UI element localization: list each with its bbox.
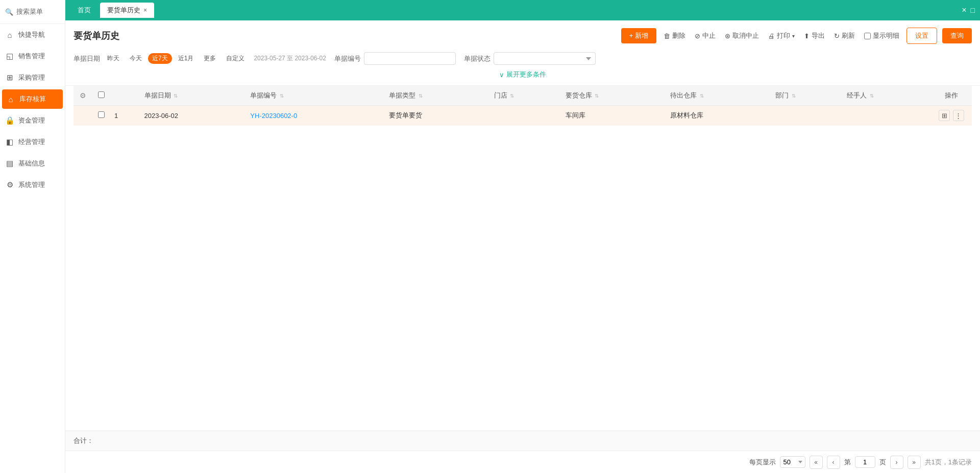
date-btn-more[interactable]: 更多 (200, 53, 220, 64)
sidebar: 🔍 搜索菜单 ⌂ 快捷导航 ◱ 销售管理 ⊞ 采购管理 ⌂ 库存核算 🔒 资金管… (0, 0, 65, 473)
col-index (110, 86, 140, 106)
col-check (92, 86, 110, 106)
tab-home[interactable]: 首页 (70, 3, 98, 18)
sidebar-item-system[interactable]: ⚙ 系统管理 (0, 174, 65, 196)
settings-button[interactable]: 设置 (906, 28, 937, 44)
prev-page-button[interactable]: ‹ (827, 456, 840, 469)
suspend-button[interactable]: ⊘ 中止 (693, 30, 718, 41)
row-ops: ⊞ ⋮ (931, 106, 972, 126)
expand-more-button[interactable]: ∨ 展开更多条件 (74, 68, 972, 81)
status-label: 单据状态 (464, 54, 491, 63)
date-btn-last1month[interactable]: 近1月 (174, 53, 198, 64)
sort-dept-icon[interactable]: ⇅ (792, 93, 796, 99)
delete-button[interactable]: 🗑 删除 (662, 30, 688, 41)
sort-date-icon[interactable]: ⇅ (174, 93, 178, 99)
sort-docno-icon[interactable]: ⇅ (280, 93, 284, 99)
date-btn-today[interactable]: 今天 (126, 53, 146, 64)
operations-icon: ◧ (5, 137, 14, 147)
col-doc-type: 单据类型 ⇅ (385, 86, 490, 106)
page-prefix: 第 (844, 458, 851, 467)
chart-icon: ◱ (5, 52, 14, 61)
expand-icon: ∨ (499, 71, 504, 79)
date-btn-last7days[interactable]: 近7天 (148, 53, 172, 64)
window-close-button[interactable]: × (962, 6, 966, 15)
col-department: 部门 ⇅ (771, 86, 843, 106)
export-button[interactable]: ⬆ 导出 (802, 30, 827, 41)
row-handler (843, 106, 931, 126)
refresh-button[interactable]: ↻ 刷新 (832, 30, 857, 41)
add-button[interactable]: + 新增 (621, 28, 656, 43)
window-maximize-button[interactable]: □ (971, 6, 975, 14)
status-select[interactable] (494, 52, 596, 65)
column-settings-icon[interactable]: ⚙ (80, 91, 86, 100)
sidebar-item-inventory[interactable]: ⌂ 库存核算 (2, 89, 63, 109)
sort-handler-icon[interactable]: ⇅ (870, 93, 874, 99)
sidebar-item-label: 销售管理 (18, 52, 45, 61)
select-all-checkbox[interactable] (98, 91, 105, 98)
show-detail-checkbox[interactable]: 显示明细 (862, 30, 901, 41)
per-page-select[interactable]: 50 10 20 100 (780, 456, 805, 468)
row-date: 2023-06-02 (140, 106, 247, 126)
first-page-button[interactable]: « (810, 456, 823, 469)
page-total-info: 共1页，1条记录 (925, 458, 972, 467)
date-range-display: 2023-05-27 至 2023-06-02 (254, 54, 326, 63)
info-icon: ▤ (5, 159, 14, 168)
sidebar-search[interactable]: 🔍 搜索菜单 (0, 0, 65, 24)
home-icon: ⌂ (5, 30, 14, 39)
row-doc-no: YH-20230602-0 (246, 106, 385, 126)
col-req-warehouse: 要货仓库 ⇅ (561, 86, 667, 106)
tab-requisition-history-label: 要货单历史 (107, 6, 140, 15)
doc-no-input[interactable] (364, 52, 456, 65)
next-page-button[interactable]: › (890, 456, 903, 469)
tab-requisition-history[interactable]: 要货单历史 × (100, 3, 154, 18)
row-doc-type: 要货单要货 (385, 106, 490, 126)
table-header-row: ⚙ 单据日期 ⇅ 单据编号 ⇅ (74, 86, 972, 106)
sidebar-item-purchase[interactable]: ⊞ 采购管理 (0, 67, 65, 88)
tab-close-icon[interactable]: × (143, 7, 147, 14)
sidebar-item-label: 资金管理 (18, 116, 45, 125)
sidebar-item-label: 库存核算 (19, 94, 46, 104)
sidebar-item-finance[interactable]: 🔒 资金管理 (0, 110, 65, 131)
content-area: 要货单历史 + 新增 🗑 删除 ⊘ 中止 ⊛ 取消中止 🖨 打印 (65, 20, 980, 473)
date-btn-custom[interactable]: 自定义 (222, 53, 249, 64)
col-handler: 经手人 ⇅ (843, 86, 931, 106)
print-button[interactable]: 🖨 打印 ▾ (766, 30, 797, 41)
col-settings: ⚙ (74, 86, 92, 106)
date-btn-yesterday[interactable]: 昨天 (103, 53, 124, 64)
col-doc-no: 单据编号 ⇅ (246, 86, 385, 106)
cart-icon: ⊞ (5, 73, 14, 82)
cancel-suspend-button[interactable]: ⊛ 取消中止 (723, 30, 761, 41)
doc-no-link[interactable]: YH-20230602-0 (250, 112, 297, 120)
date-filter-label: 单据日期 (74, 54, 100, 63)
page-input[interactable] (855, 456, 875, 468)
table-footer: 合计： (65, 431, 980, 451)
sidebar-item-quick-nav[interactable]: ⌂ 快捷导航 (0, 24, 65, 45)
row-settings (74, 106, 92, 126)
toolbar: + 新增 🗑 删除 ⊘ 中止 ⊛ 取消中止 🖨 打印 ▾ (621, 28, 972, 44)
expand-label: 展开更多条件 (506, 70, 546, 79)
row-req-warehouse: 车间库 (561, 106, 667, 126)
print-icon: 🖨 (768, 32, 775, 40)
sort-reqwh-icon[interactable]: ⇅ (595, 93, 599, 99)
sort-doctype-icon[interactable]: ⇅ (419, 93, 423, 99)
sort-pendingwh-icon[interactable]: ⇅ (700, 93, 704, 99)
last-page-button[interactable]: » (908, 456, 921, 469)
col-store: 门店 ⇅ (490, 86, 561, 106)
doc-no-filter: 单据编号 (334, 52, 456, 65)
col-ops: 操作 (931, 86, 972, 106)
show-detail-input[interactable] (864, 33, 871, 39)
query-button[interactable]: 查询 (942, 28, 972, 43)
sidebar-item-base-info[interactable]: ▤ 基础信息 (0, 153, 65, 174)
sidebar-item-operations[interactable]: ◧ 经营管理 (0, 131, 65, 153)
row-edit-icon[interactable]: ⊞ (939, 110, 950, 121)
sidebar-item-sales[interactable]: ◱ 销售管理 (0, 45, 65, 67)
topbar: 首页 要货单历史 × × □ (65, 0, 980, 20)
topbar-right: × □ (962, 6, 975, 15)
sidebar-item-label: 基础信息 (18, 159, 45, 168)
doc-no-label: 单据编号 (334, 54, 361, 63)
row-more-icon[interactable]: ⋮ (953, 110, 964, 121)
per-page-label: 每页显示 (749, 458, 776, 467)
row-check[interactable] (92, 106, 110, 126)
sort-store-icon[interactable]: ⇅ (510, 93, 514, 99)
sidebar-item-label: 快捷导航 (18, 30, 45, 39)
